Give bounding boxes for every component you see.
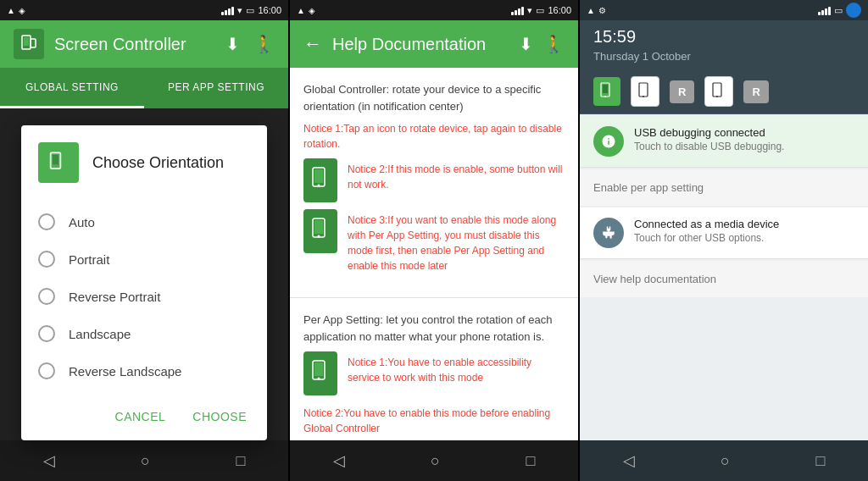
download-icon-2[interactable]: ⬇ bbox=[519, 34, 533, 54]
radio-portrait[interactable] bbox=[38, 251, 55, 268]
tab-global-setting[interactable]: GLOBAL SETTING bbox=[0, 68, 144, 108]
notif-status-right: ▭ 👤 bbox=[818, 3, 861, 18]
recent-nav-3[interactable]: □ bbox=[815, 452, 825, 470]
status-bar-2: ▲ ◈ ▾ ▭ 16:00 bbox=[290, 0, 578, 20]
radio-auto[interactable] bbox=[38, 213, 55, 230]
tabs-1: GLOBAL SETTING PER APP SETTING bbox=[0, 68, 288, 108]
notif-media-subtitle: Touch for other USB options. bbox=[634, 232, 854, 244]
signal-icon-2 bbox=[511, 5, 524, 15]
notif-icons-row: R R bbox=[580, 69, 868, 114]
help-section-perapp: Per App Setting: let you control the rot… bbox=[290, 298, 578, 440]
option-auto-label: Auto bbox=[69, 215, 95, 229]
notif-status-left: ▲ ⚙ bbox=[587, 6, 606, 15]
svg-rect-15 bbox=[603, 85, 608, 93]
notif-letter-r-1: R bbox=[670, 80, 694, 103]
radio-reverse-landscape[interactable] bbox=[38, 362, 55, 379]
person-icon-1[interactable]: 🚶 bbox=[253, 34, 275, 54]
radio-landscape[interactable] bbox=[38, 325, 55, 342]
perapp-notice-1: Notice 1:You have to enable accessibilit… bbox=[348, 355, 565, 385]
notif-view-help-label: View help documentation bbox=[593, 273, 716, 285]
bottom-nav-2: ◁ ○ □ bbox=[290, 440, 578, 481]
svg-rect-9 bbox=[314, 220, 323, 234]
svg-point-13 bbox=[318, 378, 320, 380]
home-nav-1[interactable]: ○ bbox=[141, 452, 150, 470]
global-notice-1: Notice 1:Tap an icon to rotate device, t… bbox=[303, 121, 565, 152]
notif-media-text: Connected as a media device Touch for ot… bbox=[634, 218, 854, 244]
bottom-nav-1: ◁ ○ □ bbox=[0, 440, 288, 481]
battery-icon-2: ▭ bbox=[536, 5, 544, 16]
option-portrait[interactable]: Portrait bbox=[21, 240, 267, 278]
phone-icon-notice3 bbox=[303, 209, 337, 253]
notif-usb-circle-icon bbox=[593, 218, 624, 248]
notif-enable-perapp[interactable]: Enable per app setting bbox=[580, 169, 868, 206]
help-item-notice3: Notice 3:If you want to enable this mode… bbox=[303, 209, 565, 277]
sim-icon: ◈ bbox=[19, 6, 25, 15]
option-auto[interactable]: Auto bbox=[21, 203, 267, 240]
person-icon-2[interactable]: 🚶 bbox=[543, 34, 565, 54]
signal-icon-3 bbox=[818, 5, 831, 15]
global-intro: Global Controller: rotate your device to… bbox=[303, 81, 565, 114]
choose-button[interactable]: CHOOSE bbox=[182, 403, 257, 430]
choose-orientation-dialog: Choose Orientation Auto Portrait Reverse… bbox=[21, 125, 267, 440]
android-icon-2: ▲ bbox=[297, 6, 305, 15]
status-bar-right-1: ▾ ▭ 16:00 bbox=[221, 5, 281, 16]
notif-letter-r-2: R bbox=[743, 80, 768, 103]
battery-icon: ▭ bbox=[246, 5, 254, 16]
home-nav-2[interactable]: ○ bbox=[431, 452, 440, 470]
global-notice-3: Notice 3:If you want to enable this mode… bbox=[348, 213, 565, 274]
notif-usb-subtitle: Touch to disable USB debugging. bbox=[634, 141, 854, 152]
back-nav-1[interactable]: ◁ bbox=[43, 451, 55, 470]
tab-per-app-setting[interactable]: PER APP SETTING bbox=[144, 68, 288, 108]
recent-nav-2[interactable]: □ bbox=[526, 452, 535, 470]
svg-point-16 bbox=[604, 96, 606, 97]
radio-reverse-portrait[interactable] bbox=[38, 288, 55, 305]
app-title-1: Screen Controller bbox=[54, 35, 215, 54]
panel-notifications: ▲ ⚙ ▭ 👤 15:59 Thursday 1 October bbox=[580, 0, 868, 481]
option-reverse-portrait-label: Reverse Portrait bbox=[69, 290, 160, 304]
svg-rect-12 bbox=[314, 362, 323, 376]
svg-rect-6 bbox=[314, 169, 323, 183]
svg-rect-2 bbox=[31, 39, 36, 47]
app-toolbar-1: Screen Controller ⬇ 🚶 bbox=[0, 20, 288, 68]
option-landscape[interactable]: Landscape bbox=[21, 315, 267, 352]
help-item-notice2: Notice 2:If this mode is enable, some bu… bbox=[303, 158, 565, 202]
status-time-2: 16:00 bbox=[548, 5, 571, 15]
wifi-icon: ▾ bbox=[237, 5, 242, 16]
status-bar-1: ▲ ◈ ▾ ▭ 16:00 bbox=[0, 0, 288, 20]
notif-debug-circle-icon bbox=[593, 126, 624, 157]
svg-point-10 bbox=[318, 235, 320, 238]
download-icon-1[interactable]: ⬇ bbox=[225, 34, 240, 54]
notif-android-icon: ▲ bbox=[587, 6, 595, 15]
option-reverse-portrait[interactable]: Reverse Portrait bbox=[21, 278, 267, 315]
notif-media-device[interactable]: Connected as a media device Touch for ot… bbox=[580, 207, 868, 259]
wifi-icon-2: ▾ bbox=[527, 5, 532, 16]
option-reverse-landscape-label: Reverse Landscape bbox=[69, 364, 181, 379]
notif-usb-debug[interactable]: USB debugging connected Touch to disable… bbox=[580, 116, 868, 168]
status-bar-left-2: ▲ ◈ bbox=[297, 6, 315, 15]
home-nav-3[interactable]: ○ bbox=[721, 452, 730, 470]
option-landscape-label: Landscape bbox=[69, 327, 131, 341]
notif-enable-perapp-label: Enable per app setting bbox=[593, 181, 704, 194]
notif-time-section: 15:59 Thursday 1 October bbox=[580, 20, 868, 69]
svg-rect-4 bbox=[53, 155, 58, 165]
cancel-button[interactable]: CANCEL bbox=[105, 403, 176, 430]
svg-rect-17 bbox=[639, 83, 648, 97]
back-icon[interactable]: ← bbox=[303, 33, 322, 55]
notif-usb-text: USB debugging connected Touch to disable… bbox=[634, 126, 854, 152]
dialog-title: Choose Orientation bbox=[92, 154, 224, 172]
status-bar-right-2: ▾ ▭ 16:00 bbox=[511, 5, 571, 16]
battery-icon-3: ▭ bbox=[834, 5, 843, 16]
option-reverse-landscape[interactable]: Reverse Landscape bbox=[21, 352, 267, 390]
recent-nav-1[interactable]: □ bbox=[236, 452, 245, 470]
notif-phone-white-2 bbox=[704, 76, 733, 107]
notif-view-help[interactable]: View help documentation bbox=[580, 261, 868, 297]
bottom-nav-3: ◁ ○ □ bbox=[580, 440, 868, 481]
notif-phone-white-1 bbox=[631, 76, 659, 107]
phone-icon-notice2 bbox=[303, 158, 337, 202]
help-section-global: Global Controller: rotate your device to… bbox=[290, 68, 578, 298]
back-nav-2[interactable]: ◁ bbox=[333, 451, 345, 470]
help-toolbar: ← Help Documentation ⬇ 🚶 bbox=[290, 20, 578, 68]
back-nav-3[interactable]: ◁ bbox=[623, 451, 635, 470]
dialog-header-icon bbox=[38, 142, 79, 183]
help-item-perapp-notice2: Notice 2:You have to enable this mode be… bbox=[303, 402, 565, 440]
